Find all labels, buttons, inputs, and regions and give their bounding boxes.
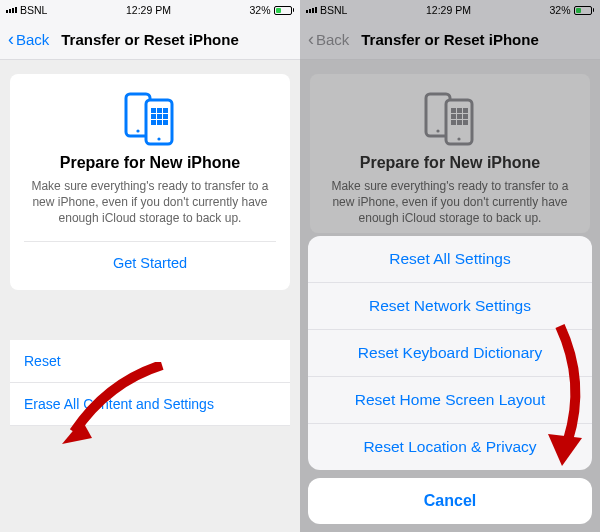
svg-rect-4 — [151, 108, 156, 113]
options-list: Reset Erase All Content and Settings — [10, 340, 290, 426]
svg-rect-12 — [163, 120, 168, 125]
sheet-reset-keyboard[interactable]: Reset Keyboard Dictionary — [308, 330, 592, 377]
signal-icon — [6, 7, 17, 13]
get-started-button[interactable]: Get Started — [24, 242, 276, 284]
svg-rect-5 — [157, 108, 162, 113]
clock: 12:29 PM — [126, 4, 171, 16]
reset-row[interactable]: Reset — [10, 340, 290, 383]
nav-bar: ‹ Back Transfer or Reset iPhone — [0, 20, 300, 60]
battery-icon — [274, 6, 295, 15]
back-button[interactable]: ‹ Back — [4, 25, 53, 54]
svg-rect-10 — [151, 120, 156, 125]
card-body: Make sure everything's ready to transfer… — [24, 178, 276, 227]
status-bar: BSNL 12:29 PM 32% — [0, 0, 300, 20]
back-label: Back — [16, 31, 49, 48]
svg-point-3 — [157, 137, 160, 140]
sheet-reset-network[interactable]: Reset Network Settings — [308, 283, 592, 330]
sheet-cancel-button[interactable]: Cancel — [308, 478, 592, 524]
sheet-reset-location-privacy[interactable]: Reset Location & Privacy — [308, 424, 592, 470]
erase-row[interactable]: Erase All Content and Settings — [10, 383, 290, 426]
svg-point-1 — [136, 129, 139, 132]
action-sheet: Reset All Settings Reset Network Setting… — [308, 236, 592, 524]
svg-rect-11 — [157, 120, 162, 125]
carrier-label: BSNL — [20, 4, 47, 16]
svg-rect-6 — [163, 108, 168, 113]
battery-percent: 32% — [249, 4, 270, 16]
svg-rect-9 — [163, 114, 168, 119]
sheet-reset-home-screen[interactable]: Reset Home Screen Layout — [308, 377, 592, 424]
sheet-reset-all-settings[interactable]: Reset All Settings — [308, 236, 592, 283]
svg-rect-8 — [157, 114, 162, 119]
transfer-phones-icon — [120, 90, 180, 146]
card-heading: Prepare for New iPhone — [24, 154, 276, 172]
prepare-card: Prepare for New iPhone Make sure everyth… — [10, 74, 290, 290]
chevron-left-icon: ‹ — [8, 29, 14, 50]
screen-left: BSNL 12:29 PM 32% ‹ Back Transfer or Res… — [0, 0, 300, 532]
svg-rect-7 — [151, 114, 156, 119]
screen-right: BSNL 12:29 PM 32% ‹ Back Transfer or Res… — [300, 0, 600, 532]
